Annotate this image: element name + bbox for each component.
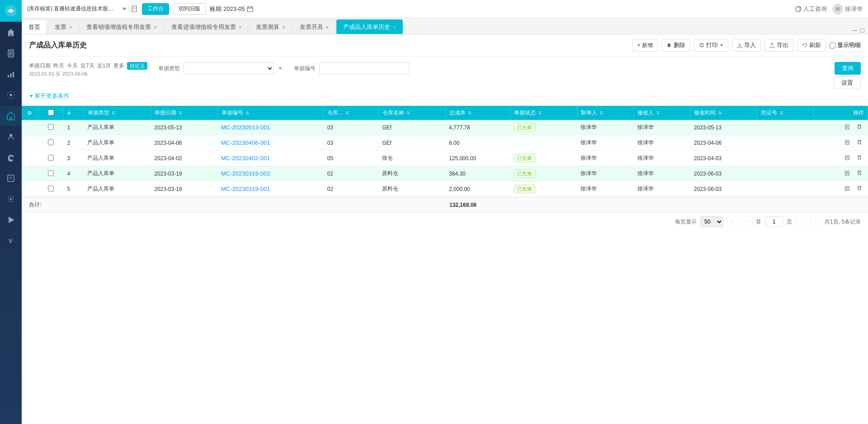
number-link-3[interactable]: MC-20230319-002 — [221, 170, 270, 177]
sidebar-item-settings[interactable] — [0, 85, 22, 105]
tab-purchase-vat[interactable]: 查看进项增值税专用发票 × — [165, 19, 248, 34]
number-link-4[interactable]: MC-20230319-001 — [221, 186, 270, 192]
th-creator[interactable]: 制单人 ⇅ — [577, 106, 633, 120]
number-link-1[interactable]: MC-20230406-001 — [221, 139, 270, 146]
tab-minimize-button[interactable]: ─ — [853, 27, 857, 34]
tab-sales-vat-close[interactable]: × — [154, 24, 156, 30]
date-link-today[interactable]: 今天 — [67, 62, 78, 70]
date-link-more[interactable]: 更多 — [113, 62, 124, 70]
tab-open-close[interactable]: × — [326, 24, 329, 30]
date-link-7days[interactable]: 近7天 — [80, 62, 94, 70]
edit-button-4[interactable] — [843, 184, 853, 194]
last-page-button[interactable]: » — [810, 216, 821, 227]
th-total-cost[interactable]: 总成本 ⇅ — [445, 106, 510, 120]
cell-checkbox-0[interactable] — [38, 120, 64, 135]
number-link-2[interactable]: MC-20230402-001 — [221, 155, 270, 162]
delete-button-1[interactable] — [854, 138, 864, 148]
edit-button-0[interactable] — [843, 123, 853, 132]
th-voucher[interactable]: 凭证号 ⇅ — [757, 106, 814, 120]
tab-open[interactable]: 发票开具 × — [293, 19, 335, 34]
expand-filter-button[interactable]: 展开更多条件 — [29, 92, 861, 100]
th-status[interactable]: 单据状态 ⇅ — [510, 106, 577, 120]
cell-number-1[interactable]: MC-20230406-001 — [217, 135, 324, 151]
set-button[interactable]: 设置 — [834, 76, 861, 89]
tab-sales-vat[interactable]: 查看销项增值税专用发票 × — [80, 19, 163, 34]
show-detail-checkbox[interactable] — [830, 43, 835, 48]
th-date[interactable]: 单据日期 ⇅ — [151, 106, 217, 120]
sidebar-item-document[interactable] — [0, 43, 22, 63]
query-button[interactable]: 查询 — [835, 62, 861, 75]
type-filter-select[interactable]: 产品入库单 原料入库单 — [184, 62, 274, 75]
tab-product-history-close[interactable]: × — [393, 24, 396, 30]
workstation-button[interactable]: 工作台 — [142, 3, 169, 15]
row-checkbox-4[interactable] — [48, 186, 54, 191]
prev-page-button[interactable]: ‹ — [741, 216, 752, 227]
number-link-0[interactable]: MC-20230513-001 — [221, 124, 270, 131]
export-button[interactable]: 导出 — [764, 39, 793, 52]
sidebar-item-invoice[interactable] — [0, 168, 22, 188]
row-checkbox-3[interactable] — [48, 170, 54, 176]
sidebar-item-people[interactable] — [0, 127, 22, 147]
tab-calc[interactable]: 发票测算 × — [249, 19, 292, 34]
cell-number-2[interactable]: MC-20230402-001 — [217, 151, 324, 166]
th-modify-time[interactable]: 修改时间 ⇅ — [690, 106, 757, 120]
page-input[interactable] — [765, 216, 783, 227]
row-checkbox-1[interactable] — [48, 139, 54, 145]
sidebar-item-v[interactable]: V — [0, 231, 22, 251]
sidebar-item-chart[interactable] — [0, 64, 22, 84]
row-checkbox-2[interactable] — [48, 155, 54, 161]
delete-button-4[interactable] — [854, 184, 864, 194]
cell-number-4[interactable]: MC-20230319-001 — [217, 181, 324, 197]
calendar-icon[interactable] — [247, 6, 253, 12]
first-page-button[interactable]: « — [727, 216, 738, 227]
edit-button-1[interactable] — [843, 138, 853, 148]
th-warehouse-name[interactable]: 仓库名称 ⇅ — [378, 106, 445, 120]
row-checkbox-0[interactable] — [48, 124, 54, 130]
delete-button-3[interactable] — [854, 169, 864, 178]
tab-home[interactable]: 首页 — [22, 19, 47, 34]
print-button[interactable]: 打印 — [694, 39, 728, 52]
delete-button-0[interactable] — [854, 123, 864, 132]
per-page-select[interactable]: 50 20 100 200 — [700, 216, 723, 227]
edit-button-2[interactable] — [843, 153, 853, 163]
sidebar-item-home[interactable] — [0, 23, 22, 43]
th-modifier[interactable]: 修改人 ⇅ — [634, 106, 690, 120]
delete-button-2[interactable] — [854, 153, 864, 163]
tab-product-history[interactable]: 产成品入库单历史 × — [336, 19, 402, 34]
new-button[interactable]: + 新增 — [632, 39, 658, 52]
tab-calc-close[interactable]: × — [282, 24, 285, 30]
sidebar-item-play[interactable] — [0, 210, 22, 230]
cell-number-0[interactable]: MC-20230513-001 — [217, 120, 324, 135]
sidebar-item-warehouse[interactable] — [0, 106, 22, 126]
tab-invoice[interactable]: 发票 × — [48, 19, 79, 34]
sidebar-item-refresh[interactable] — [0, 148, 22, 167]
edit-button-3[interactable] — [843, 169, 853, 178]
th-type[interactable]: 单据类型 ⇅ — [84, 106, 151, 120]
date-link-1month[interactable]: 近1月 — [97, 62, 111, 70]
cell-checkbox-1[interactable] — [38, 135, 64, 151]
tab-invoice-close[interactable]: × — [69, 24, 72, 30]
next-page-button[interactable]: › — [796, 216, 807, 227]
cell-number-3[interactable]: MC-20230319-002 — [217, 166, 324, 181]
sidebar-item-gear[interactable] — [0, 189, 22, 209]
cell-checkbox-2[interactable] — [38, 151, 64, 166]
select-all-checkbox[interactable] — [48, 110, 54, 115]
delete-button[interactable]: 删除 — [661, 39, 690, 52]
number-filter-input[interactable] — [319, 62, 410, 75]
user-area[interactable]: 徐 徐泽华 — [832, 4, 863, 14]
th-checkbox[interactable] — [38, 106, 64, 120]
th-settings[interactable]: ⚙ — [22, 106, 38, 120]
refresh-button[interactable]: 刷新 — [797, 39, 826, 52]
import-button[interactable]: 导入 — [732, 39, 761, 52]
th-number[interactable]: 单据编号 ⇅ — [217, 106, 324, 120]
cell-checkbox-4[interactable] — [38, 181, 64, 197]
date-custom-button[interactable]: 自定义 — [127, 62, 147, 70]
tab-maximize-button[interactable]: □ — [861, 27, 864, 34]
th-warehouse-code[interactable]: 仓库... ⇅ — [324, 106, 378, 120]
show-detail-checkbox-label[interactable]: 显示明细 — [830, 41, 861, 49]
cell-checkbox-3[interactable] — [38, 166, 64, 181]
help-button[interactable]: ? 人工咨询 — [795, 5, 827, 13]
date-link-yesterday[interactable]: 昨天 — [53, 62, 64, 70]
tab-purchase-vat-close[interactable]: × — [239, 24, 241, 30]
switch-button[interactable]: 切到旧版 — [173, 3, 206, 15]
